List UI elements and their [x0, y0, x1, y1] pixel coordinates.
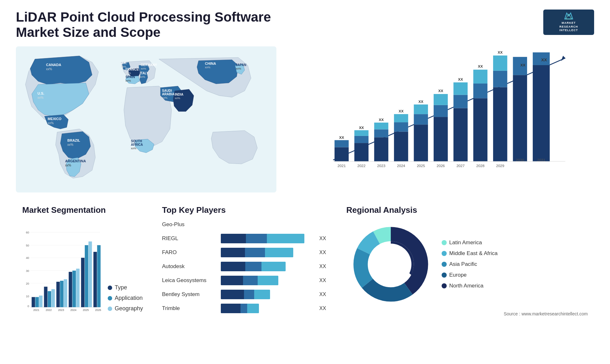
reg-legend-northamerica: North America — [442, 283, 498, 289]
svg-text:60: 60 — [26, 231, 29, 234]
svg-rect-26 — [354, 143, 369, 161]
svg-rect-94 — [48, 291, 51, 307]
map-label-mexico: MEXICO — [48, 117, 62, 121]
svg-rect-57 — [473, 84, 488, 98]
svg-rect-70 — [533, 65, 550, 161]
svg-rect-41 — [414, 125, 428, 161]
player-row-faro: FARO XX — [162, 248, 327, 257]
svg-text:ARABIA: ARABIA — [162, 92, 174, 96]
reg-dot-mea — [442, 251, 447, 256]
svg-rect-62 — [493, 71, 507, 87]
svg-text:2022: 2022 — [357, 164, 366, 168]
seg-chart: 60 50 40 30 20 10 0 — [22, 220, 101, 321]
svg-text:XX: XX — [339, 136, 344, 139]
svg-rect-58 — [473, 70, 488, 84]
player-bar-geoplus — [221, 220, 314, 229]
svg-text:30: 30 — [26, 269, 29, 273]
reg-label-mea: Middle East & Africa — [449, 250, 498, 257]
player-name-autodesk: Autodesk — [162, 263, 218, 270]
segmentation-area: Market Segmentation 60 50 40 30 20 10 0 — [16, 202, 149, 345]
logo-icon — [562, 12, 575, 20]
svg-rect-102 — [72, 271, 76, 307]
svg-text:0: 0 — [28, 305, 29, 308]
svg-text:xx%: xx% — [125, 79, 131, 82]
player-name-riegl: RIEGL — [162, 235, 218, 242]
svg-text:2027: 2027 — [457, 164, 465, 168]
svg-text:XX: XX — [379, 118, 384, 122]
map-label-germany: GERMANY — [141, 63, 157, 67]
page: LiDAR Point Cloud Processing Software Ma… — [0, 0, 610, 364]
svg-text:40: 40 — [26, 256, 29, 260]
legend-application: Application — [108, 295, 143, 301]
player-bar-bentley — [221, 290, 314, 299]
logo-area: MARKET RESEARCH INTELLECT — [543, 10, 594, 35]
svg-text:2021: 2021 — [337, 164, 346, 168]
player-name-geoplus: Geo-Plus — [162, 221, 218, 228]
reg-label-europe: Europe — [449, 272, 467, 278]
player-bar-leica — [221, 276, 314, 285]
svg-text:xx%: xx% — [141, 67, 146, 70]
reg-dot-europe — [442, 273, 447, 278]
svg-rect-101 — [69, 272, 72, 307]
map-label-italy: ITALY — [140, 71, 149, 75]
logo-box: MARKET RESEARCH INTELLECT — [543, 10, 594, 35]
world-map: CANADA xx% U.S. xx% MEXICO xx% BRAZIL xx… — [16, 46, 276, 192]
svg-text:2026: 2026 — [95, 308, 101, 312]
svg-rect-27 — [354, 136, 369, 143]
svg-text:xx%: xx% — [175, 97, 180, 100]
legend-dot-application — [108, 296, 112, 300]
map-label-canada: CANADA — [46, 63, 61, 67]
svg-rect-28 — [354, 130, 369, 136]
svg-text:XX: XX — [399, 109, 404, 113]
logo-text: MARKET RESEARCH INTELLECT — [559, 21, 578, 32]
svg-text:2023: 2023 — [377, 164, 385, 168]
player-row-geoplus: Geo-Plus — [162, 220, 327, 229]
regional-area: Regional Analysis — [340, 202, 594, 345]
svg-text:XX: XX — [478, 64, 483, 68]
header: LiDAR Point Cloud Processing Software Ma… — [16, 10, 594, 40]
svg-rect-103 — [76, 269, 80, 307]
svg-text:xx%: xx% — [46, 67, 52, 71]
svg-text:2024: 2024 — [397, 164, 405, 168]
map-svg: CANADA xx% U.S. xx% MEXICO xx% BRAZIL xx… — [16, 46, 276, 192]
reg-label-northamerica: North America — [449, 283, 484, 289]
legend-type: Type — [108, 284, 143, 291]
svg-rect-46 — [434, 117, 448, 161]
svg-text:XX: XX — [438, 89, 443, 93]
svg-rect-91 — [39, 296, 43, 307]
svg-text:xx%: xx% — [67, 143, 73, 146]
svg-rect-37 — [394, 122, 408, 131]
donut-wrapper: Latin America Middle East & Africa Asia … — [346, 220, 588, 309]
legend-dot-type — [108, 286, 112, 290]
players-area: Top Key Players Geo-Plus RIEGL — [156, 202, 334, 345]
player-name-faro: FARO — [162, 249, 218, 256]
svg-rect-61 — [493, 87, 507, 162]
svg-text:2028: 2028 — [476, 164, 485, 168]
top-section: CANADA xx% U.S. xx% MEXICO xx% BRAZIL xx… — [16, 46, 594, 192]
svg-text:xx%: xx% — [48, 121, 54, 125]
svg-text:2025: 2025 — [417, 164, 425, 168]
svg-rect-47 — [434, 105, 448, 117]
reg-legend-asiapacific: Asia Pacific — [442, 261, 498, 267]
svg-text:xx%: xx% — [236, 67, 241, 70]
map-label-brazil: BRAZIL — [67, 138, 80, 142]
svg-rect-89 — [32, 297, 35, 307]
svg-text:XX: XX — [498, 51, 503, 54]
player-name-leica: Leica Geosystems — [162, 277, 218, 284]
svg-rect-22 — [335, 147, 349, 162]
svg-text:xx%: xx% — [162, 96, 167, 99]
map-label-china: CHINA — [205, 62, 216, 65]
svg-rect-31 — [374, 137, 389, 161]
svg-text:XX: XX — [458, 78, 463, 81]
players-title: Top Key Players — [162, 205, 327, 215]
reg-label-asiapacific: Asia Pacific — [449, 261, 477, 267]
map-label-spain: SPAIN — [125, 75, 135, 79]
player-name-trimble: Trimble — [162, 305, 218, 312]
svg-rect-97 — [56, 282, 60, 307]
svg-rect-23 — [335, 140, 349, 147]
map-label-uk: U.K. — [121, 61, 127, 65]
legend-geography: Geography — [108, 305, 143, 312]
seg-chart-wrapper: 60 50 40 30 20 10 0 — [22, 220, 143, 321]
map-label-india: INDIA — [175, 93, 183, 96]
svg-text:XX: XX — [541, 57, 547, 62]
